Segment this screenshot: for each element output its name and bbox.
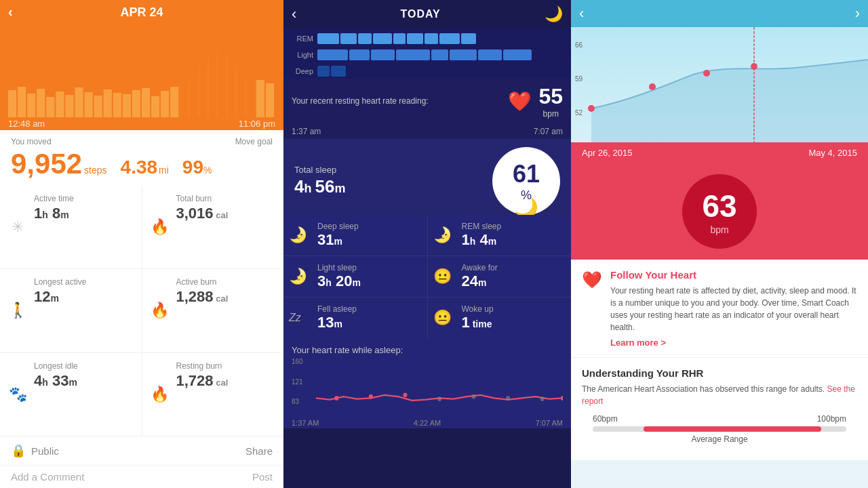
svg-rect-6	[65, 95, 73, 117]
woke-up-cell: 😐 Woke up 1 time	[428, 298, 572, 338]
svg-rect-13	[132, 90, 140, 117]
hr-axis: 160 121 83	[292, 358, 303, 405]
svg-rect-15	[151, 96, 159, 117]
range-low-label: 60bpm	[593, 414, 618, 424]
svg-rect-1	[18, 87, 26, 117]
steps-unit: steps	[84, 165, 106, 176]
svg-rect-5	[56, 92, 64, 117]
deep-sleep-value: 31m	[317, 231, 419, 249]
stage-row-light: Light	[289, 47, 566, 62]
time-end: 11:06 pm	[239, 119, 275, 129]
rem-block	[393, 33, 406, 44]
understand-title: Understanding Your RHR	[582, 367, 857, 379]
date-start: Apr 26, 2015	[582, 148, 632, 158]
rhr-big-circle: 63 bpm	[682, 174, 757, 249]
svg-rect-8	[85, 92, 93, 117]
svg-rect-35	[247, 71, 255, 117]
right-prev-button[interactable]: ‹	[579, 5, 584, 22]
total-burn-value: 3,016 cal	[176, 205, 275, 222]
range-bar-fill	[644, 426, 821, 432]
back-button[interactable]: ‹	[8, 3, 13, 19]
svg-point-36	[334, 396, 338, 401]
range-bar-section: 60bpm 100bpm Average Range	[582, 407, 857, 451]
understand-section: Understanding Your RHR The American Hear…	[571, 357, 868, 460]
svg-point-43	[561, 396, 563, 401]
longest-active-icon: 🚶	[7, 300, 28, 321]
date-range-bar: Apr 26, 2015 May 4, 2015	[571, 142, 868, 163]
post-button[interactable]: Post	[252, 471, 273, 483]
sleep-time-end: 7:07 am	[534, 127, 563, 136]
svg-rect-0	[8, 90, 16, 117]
comment-bar[interactable]: Add a Comment Post	[0, 465, 283, 488]
range-high-label: 100bpm	[817, 414, 846, 424]
mid-title: TODAY	[401, 8, 441, 20]
stat-active-time: ✳ Active time 1h 8m	[0, 186, 142, 268]
comment-input[interactable]: Add a Comment	[11, 471, 84, 483]
miles-value: 4.38	[121, 157, 158, 178]
active-burn-label: Active burn	[176, 277, 275, 287]
longest-idle-label: Longest idle	[34, 361, 132, 371]
rem-block	[407, 33, 423, 44]
deep-sleep-cell: 🌛 Deep sleep 31m	[283, 215, 427, 256]
stage-blocks-rem	[317, 33, 566, 44]
stat-active-burn: 🔥 Active burn 1,288 cal	[142, 269, 284, 352]
awake-value: 24m	[462, 272, 564, 290]
svg-rect-12	[123, 94, 131, 117]
light-block	[317, 49, 348, 60]
svg-rect-30	[199, 60, 207, 117]
active-burn-icon: 🔥	[149, 300, 171, 321]
stat-longest-active: 🚶 Longest active 12m	[0, 269, 142, 352]
hr-time-mid: 4:22 AM	[414, 419, 441, 427]
deep-sleep-icon: 🌛	[289, 226, 307, 244]
active-time-icon: ✳	[7, 216, 28, 238]
svg-text:52: 52	[575, 109, 583, 117]
svg-rect-14	[142, 88, 150, 117]
svg-point-50	[703, 70, 710, 77]
rhr-value: 55	[538, 84, 563, 109]
fell-asleep-value: 13m	[317, 314, 419, 331]
svg-rect-33	[228, 55, 236, 117]
rem-block	[317, 33, 339, 44]
date-end: May 4, 2015	[808, 148, 857, 158]
right-next-button[interactable]: ›	[855, 5, 860, 22]
light-block	[349, 49, 370, 60]
hr-axis-83: 83	[292, 398, 303, 405]
mid-prev-button[interactable]: ‹	[292, 5, 296, 23]
rhr-big-unit: bpm	[710, 224, 728, 235]
stage-row-rem: REM	[289, 31, 566, 46]
stats-grid: ✳ Active time 1h 8m 🔥 Total burn 3,016 c…	[0, 186, 283, 436]
hr-axis-121: 121	[292, 378, 303, 386]
svg-text:66: 66	[575, 41, 583, 49]
hr-chart: 160 121 83	[292, 358, 563, 415]
steps-section: You moved Move goal 9,952 steps 4.38 mi …	[0, 130, 283, 186]
svg-rect-7	[75, 87, 83, 117]
svg-rect-34	[237, 64, 245, 117]
active-time-value: 1h 8m	[34, 205, 132, 222]
hr-asleep-section: Your heart rate while asleep: 160 121 83	[283, 338, 571, 418]
total-sleep-value: 4h 56m	[294, 176, 345, 197]
follow-heart-content: Follow Your Heart Your resting heart rat…	[610, 269, 857, 348]
awake-label: Awake for	[462, 263, 564, 272]
awake-cell: 😐 Awake for 24m	[428, 256, 572, 297]
svg-rect-32	[218, 44, 226, 117]
stage-blocks-light	[317, 49, 566, 60]
svg-rect-16	[161, 91, 169, 117]
sleep-detail-grid: 🌛 Deep sleep 31m 🌛 REM sleep 1h 4m 🌛 Lig…	[283, 215, 571, 338]
time-start: 12:48 am	[8, 119, 45, 129]
sleep-m: 56	[315, 176, 334, 197]
learn-more-link[interactable]: Learn more >	[610, 338, 857, 348]
share-button[interactable]: Share	[245, 445, 273, 457]
total-burn-label: Total burn	[176, 194, 275, 203]
mid-panel: ‹ TODAY 🌙 REM	[283, 0, 571, 488]
rem-block	[340, 33, 357, 44]
rhr-section: Your recent resting heart rate reading: …	[283, 79, 571, 124]
stage-blocks-deep	[317, 66, 566, 77]
hr-asleep-label: Your heart rate while asleep:	[292, 345, 563, 355]
heart-icon: ❤️	[508, 90, 532, 113]
sleep-stages: REM Light	[289, 31, 566, 79]
rhr-unit: bpm	[538, 109, 563, 119]
awake-icon: 😐	[433, 268, 452, 285]
svg-rect-26	[256, 80, 264, 117]
resting-burn-value: 1,728 cal	[176, 372, 275, 390]
public-text: Public	[31, 445, 240, 457]
